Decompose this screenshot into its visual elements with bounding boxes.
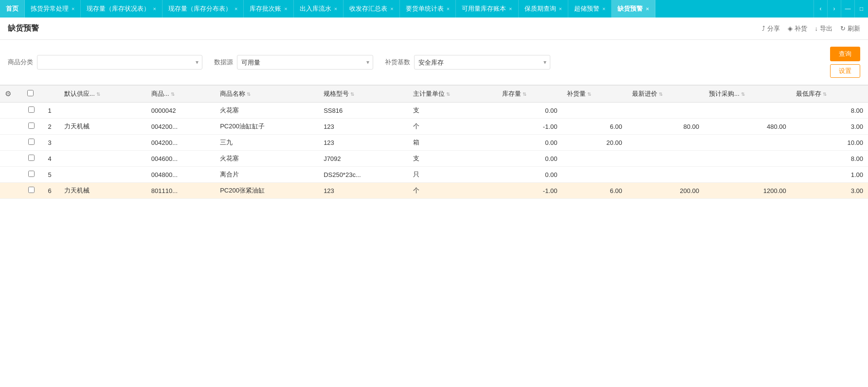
nav-tab-inout-flow[interactable]: 出入库流水× [294, 0, 344, 18]
th-checkbox [22, 86, 40, 103]
nav-tab-close-stockout[interactable]: × [646, 6, 649, 12]
row-est-purchase-3 [704, 135, 791, 151]
nav-tab-close-expiry[interactable]: × [559, 6, 562, 12]
row-code-3: 004200... [146, 135, 215, 151]
sort-replenish-icon[interactable]: ⇅ [587, 91, 591, 97]
row-replenish-5 [562, 167, 627, 183]
share-button[interactable]: ⤴ 分享 [762, 24, 780, 33]
row-code-4: 004600... [146, 151, 215, 167]
row-stock-5: 0.00 [497, 167, 562, 183]
nav-tab-close-available[interactable]: × [509, 6, 512, 12]
th-settings[interactable]: ⚙ [0, 86, 22, 103]
export-button[interactable]: ↓ 导出 [815, 24, 833, 33]
table-header-row: ⚙ 默认供应... ⇅ 商品... [0, 86, 868, 103]
row-est-purchase-2: 480.00 [704, 119, 791, 135]
top-nav: 首页拣货异常处理×现存量（库存状况表）×现存量（库存分布表）×库存批次账×出入库… [0, 0, 868, 18]
nav-tab-close-inventory-dist[interactable]: × [235, 6, 237, 12]
nav-maximize[interactable]: □ [854, 0, 868, 18]
replenish-button[interactable]: ◈ 补货 [788, 24, 807, 33]
nav-tab-label-inventory-dist: 现存量（库存分布表） [168, 4, 232, 13]
nav-arrow-left[interactable]: ‹ [814, 0, 827, 18]
nav-tab-inventory-status[interactable]: 现存量（库存状况表）× [81, 0, 162, 18]
row-checkbox-input-3[interactable] [28, 139, 35, 145]
nav-minimize[interactable]: — [841, 0, 854, 18]
query-button[interactable]: 查询 [830, 47, 860, 61]
nav-tab-collect[interactable]: 收发存汇总表× [344, 0, 399, 18]
refresh-button[interactable]: ↻ 刷新 [840, 24, 860, 33]
nav-tab-stockout[interactable]: 缺货预警× [612, 0, 655, 18]
nav-tab-batch[interactable]: 库存批次账× [244, 0, 293, 18]
row-checkbox-5 [22, 167, 40, 183]
nav-tab-close-collect[interactable]: × [390, 6, 393, 12]
th-est-purchase: 预计采购... ⇅ [704, 86, 791, 103]
row-settings-3 [0, 135, 22, 151]
nav-arrow-right[interactable]: › [827, 0, 841, 18]
datasource-select[interactable]: 可用量 [237, 55, 373, 70]
sort-stock-icon[interactable]: ⇅ [523, 91, 526, 97]
sort-supplier-icon[interactable]: ⇅ [96, 91, 100, 97]
nav-tab-close-inventory-status[interactable]: × [153, 6, 156, 12]
sort-name-icon[interactable]: ⇅ [247, 91, 251, 97]
row-checkbox-input-6[interactable] [28, 187, 35, 193]
row-checkbox-input-5[interactable] [28, 171, 35, 177]
nav-tab-abnormal[interactable]: 拣货异常处理× [25, 0, 81, 18]
row-replenish-3: 20.00 [562, 135, 627, 151]
sort-unit-icon[interactable]: ⇅ [446, 91, 450, 97]
datasource-select-wrapper: 可用量 [237, 55, 373, 70]
row-settings-1 [0, 103, 22, 119]
sort-price-icon[interactable]: ⇅ [659, 91, 663, 97]
sort-code-icon[interactable]: ⇅ [171, 91, 175, 97]
nav-tab-home[interactable]: 首页 [0, 0, 25, 18]
row-supplier-1 [59, 103, 146, 119]
nav-tab-label-available: 可用量库存账本 [462, 4, 506, 13]
nav-tab-label-expiry: 保质期查询 [524, 4, 556, 13]
nav-tab-label-order-stats: 要货单统计表 [406, 4, 444, 13]
row-min-stock-4: 8.00 [791, 151, 868, 167]
nav-tab-available[interactable]: 可用量库存账本× [456, 0, 518, 18]
nav-tab-label-home: 首页 [6, 4, 18, 13]
row-stock-6: -1.00 [497, 183, 562, 199]
nav-tab-expiry[interactable]: 保质期查询× [519, 0, 568, 18]
nav-tab-close-overstock[interactable]: × [602, 6, 605, 12]
category-filter-group: 商品分类 [8, 55, 202, 70]
table-row: 2 力天机械 004200... PC200油缸缸子 123 个 -1.00 6… [0, 119, 868, 135]
row-index-4: 4 [40, 151, 59, 167]
sort-spec-icon[interactable]: ⇅ [350, 91, 354, 97]
row-name-5: 离合片 [215, 167, 319, 183]
row-spec-4: J7092 [319, 151, 408, 167]
row-min-stock-5: 1.00 [791, 167, 868, 183]
nav-tab-close-abnormal[interactable]: × [72, 6, 74, 12]
replenish-base-select[interactable]: 安全库存 [414, 55, 550, 70]
row-unit-3: 箱 [408, 135, 497, 151]
row-replenish-1 [562, 103, 627, 119]
nav-tab-close-order-stats[interactable]: × [447, 6, 450, 12]
sort-min-stock-icon[interactable]: ⇅ [823, 91, 827, 97]
gear-icon[interactable]: ⚙ [5, 89, 11, 98]
row-code-6: 801110... [146, 183, 215, 199]
nav-tab-order-stats[interactable]: 要货单统计表× [400, 0, 456, 18]
th-code: 商品... ⇅ [146, 86, 215, 103]
nav-tab-overstock[interactable]: 超储预警× [568, 0, 612, 18]
export-icon: ↓ [815, 25, 818, 32]
sort-est-purchase-icon[interactable]: ⇅ [741, 91, 745, 97]
category-select[interactable] [37, 55, 202, 70]
nav-tab-close-batch[interactable]: × [284, 6, 287, 12]
select-all-checkbox[interactable] [27, 90, 34, 96]
nav-tab-close-inout-flow[interactable]: × [334, 6, 337, 12]
nav-tab-inventory-dist[interactable]: 现存量（库存分布表）× [163, 0, 244, 18]
row-checkbox-input-1[interactable] [28, 106, 35, 113]
settings-button[interactable]: 设置 [830, 64, 860, 78]
nav-arrows: ‹ › — □ [814, 0, 868, 18]
row-index-2: 2 [40, 119, 59, 135]
row-checkbox-input-4[interactable] [28, 155, 35, 161]
row-checkbox-4 [22, 151, 40, 167]
row-spec-5: DS250*23c... [319, 167, 408, 183]
row-name-4: 火花塞 [215, 151, 319, 167]
refresh-icon: ↻ [840, 25, 846, 32]
row-checkbox-input-2[interactable] [28, 123, 35, 129]
th-latest-price: 最新进价 ⇅ [627, 86, 704, 103]
table-head: ⚙ 默认供应... ⇅ 商品... [0, 86, 868, 103]
row-settings-5 [0, 167, 22, 183]
th-min-stock: 最低库存 ⇅ [791, 86, 868, 103]
data-table: ⚙ 默认供应... ⇅ 商品... [0, 85, 868, 199]
